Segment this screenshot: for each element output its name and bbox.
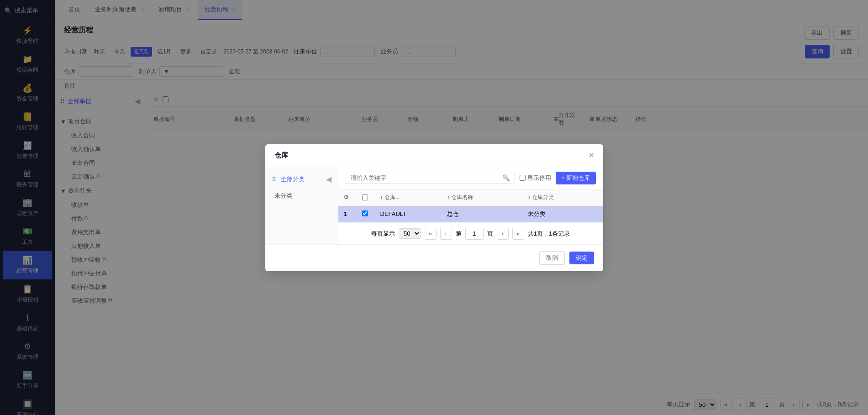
modal-row-checkbox-input[interactable] — [362, 210, 368, 216]
modal-uncategorized-label: 未分类 — [274, 192, 292, 200]
modal-search-input[interactable] — [346, 172, 498, 184]
modal-show-disabled-checkbox[interactable] — [520, 175, 526, 181]
modal-search-box: 🔍 — [346, 172, 516, 184]
modal-confirm-btn[interactable]: 确定 — [569, 252, 594, 264]
modal-next-page[interactable]: › — [497, 228, 509, 240]
modal-per-page-select[interactable]: 50 — [399, 228, 421, 239]
modal-row-category: 未分类 — [522, 206, 603, 222]
modal-page-word: 第 — [456, 230, 462, 238]
modal-col-name[interactable]: ↕ 仓库名称 — [442, 189, 522, 205]
modal-table-row-1[interactable]: 1 DEFAULT 总仓 未分类 — [338, 206, 603, 223]
modal-page-label: 页 — [487, 230, 493, 238]
modal-col-settings[interactable]: ⚙ — [338, 190, 357, 205]
modal-first-page[interactable]: « — [425, 228, 437, 240]
modal-col-name-label: 仓库名称 — [451, 194, 473, 201]
modal-select-all[interactable] — [362, 194, 368, 200]
modal-show-disabled-label[interactable]: 显示停用 — [520, 174, 551, 182]
modal-close-btn[interactable]: × — [589, 151, 594, 160]
settings-col-icon: ⚙ — [344, 194, 349, 200]
modal-last-page[interactable]: » — [512, 228, 524, 240]
modal-body: ⠿ 全部分类 ◀ 未分类 🔍 — [265, 167, 603, 244]
modal-overlay: 仓库 × ⠿ 全部分类 ◀ 未分类 — [0, 0, 868, 415]
modal-show-disabled-text: 显示停用 — [527, 174, 551, 182]
modal-total-info: 共1页，1条记录 — [528, 230, 570, 238]
modal-add-btn[interactable]: + 新增仓库 — [556, 172, 595, 184]
modal-actions: 取消 确定 — [265, 244, 603, 271]
modal-header: 仓库 × — [265, 144, 603, 167]
modal-row-code: DEFAULT — [375, 206, 442, 221]
modal-page-input[interactable] — [465, 228, 484, 240]
modal-row-name: 总仓 — [442, 206, 522, 222]
modal-all-category-label: 全部分类 — [281, 175, 305, 184]
modal-search-button[interactable]: 🔍 — [498, 172, 515, 184]
modal-col-category[interactable]: ↕ 仓库分类 — [522, 189, 603, 205]
modal-row-checkbox[interactable] — [357, 206, 375, 222]
modal-col-checkbox-hdr[interactable] — [357, 190, 375, 205]
modal-category-all[interactable]: ⠿ 全部分类 — [270, 173, 306, 185]
modal-col-code-label: 仓库... — [384, 194, 400, 201]
modal-prev-page[interactable]: ‹ — [440, 228, 452, 240]
modal-left-panel: ⠿ 全部分类 ◀ 未分类 — [265, 167, 338, 244]
grid-icon-modal: ⠿ — [272, 176, 276, 183]
sort-up-icon-code: ↕ — [380, 194, 383, 200]
modal-category-uncategorized[interactable]: 未分类 — [265, 188, 338, 204]
modal-row-sort: 1 — [338, 206, 357, 221]
modal-col-category-label: 仓库分类 — [532, 194, 554, 201]
modal-right-panel: 🔍 显示停用 + 新增仓库 ⚙ — [338, 167, 603, 244]
warehouse-modal: 仓库 × ⠿ 全部分类 ◀ 未分类 — [265, 144, 603, 271]
modal-pagination: 每页显示 50 « ‹ 第 页 › » 共1页，1条记录 — [338, 223, 603, 244]
sort-up-icon-name: ↕ — [447, 194, 450, 200]
modal-table-header: ⚙ ↕ 仓库... ↕ 仓库名称 — [338, 189, 603, 206]
sort-up-icon-cat: ↕ — [528, 194, 531, 200]
modal-table: ⚙ ↕ 仓库... ↕ 仓库名称 — [338, 189, 603, 223]
modal-col-code[interactable]: ↕ 仓库... — [375, 189, 442, 205]
modal-cancel-btn[interactable]: 取消 — [539, 251, 565, 265]
modal-per-page-label: 每页显示 — [371, 230, 395, 238]
modal-collapse-btn[interactable]: ◀ — [326, 175, 331, 184]
modal-toolbar: 🔍 显示停用 + 新增仓库 — [338, 167, 603, 189]
modal-title: 仓库 — [274, 151, 288, 160]
